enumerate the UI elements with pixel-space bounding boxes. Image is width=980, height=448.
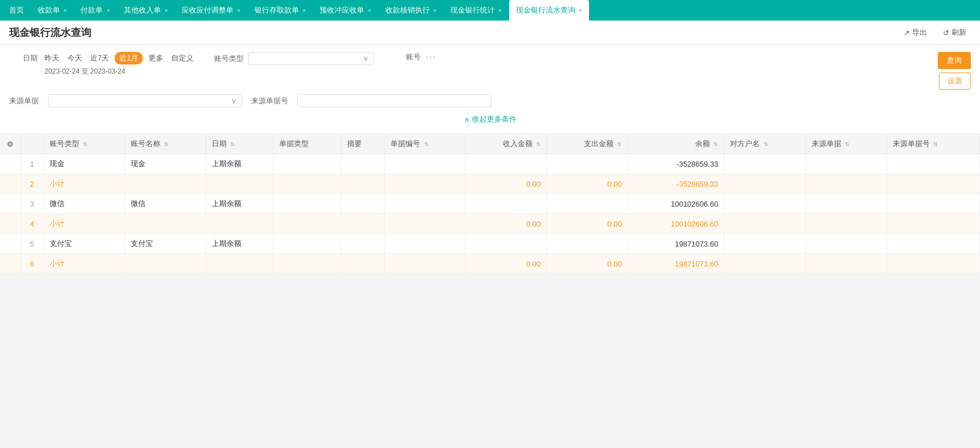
row-account-name: 支付宝 xyxy=(124,234,205,254)
col-date[interactable]: 日期 ⇅ xyxy=(205,134,273,154)
source-doc-no-input[interactable] xyxy=(297,94,491,107)
row-doc-no xyxy=(384,154,465,174)
row-source-doc-no xyxy=(886,154,979,174)
row-expense: 0.00 xyxy=(547,214,628,234)
date-opt-1month[interactable]: 近1月 xyxy=(115,52,143,64)
row-num: 5 xyxy=(21,234,43,254)
row-account-type: 现金 xyxy=(43,154,124,174)
row-income: 0.00 xyxy=(466,214,547,234)
close-other-income-icon[interactable]: × xyxy=(164,7,168,14)
collapse-up-icon: ∧ xyxy=(464,115,470,124)
close-adjustment-icon[interactable]: × xyxy=(237,7,240,14)
close-collection-exec-icon[interactable]: × xyxy=(433,7,437,14)
row-doc-type xyxy=(273,154,341,174)
close-cash-bank-stat-icon[interactable]: × xyxy=(498,7,502,14)
table-row: 3微信微信上期余额100102606.60 xyxy=(0,194,980,214)
gear-column-header[interactable]: ⚙ xyxy=(0,134,21,154)
row-num: 2 xyxy=(21,174,43,194)
query-button[interactable]: 查询 xyxy=(938,52,971,69)
col-source-doc-no[interactable]: 来源单据号 ⇅ xyxy=(886,134,979,154)
nav-advance-offset[interactable]: 预收冲应收单 × xyxy=(313,0,378,21)
row-date: 上期余额 xyxy=(205,194,273,214)
row-balance: 19871073.60 xyxy=(628,254,724,274)
refresh-button[interactable]: ↺ 刷新 xyxy=(938,25,971,40)
date-opt-today[interactable]: 今天 xyxy=(65,52,84,64)
row-gear xyxy=(0,254,21,274)
row-gear xyxy=(0,154,21,174)
account-label: 账号 xyxy=(392,52,421,62)
close-advance-offset-icon[interactable]: × xyxy=(368,7,371,14)
nav-other-income[interactable]: 其他收入单 × xyxy=(117,0,175,21)
row-account-name xyxy=(124,174,205,194)
row-doc-type xyxy=(273,194,341,214)
row-account-name xyxy=(124,214,205,234)
table-header-row: ⚙ 账号类型 ⇅ 账号名称 ⇅ 日期 ⇅ 单据类型 xyxy=(0,134,980,154)
sort-income-icon[interactable]: ⇅ xyxy=(536,141,541,147)
close-cash-bank-flow-icon[interactable]: × xyxy=(579,7,582,14)
col-account-type[interactable]: 账号类型 ⇅ xyxy=(43,134,124,154)
nav-collection-exec[interactable]: 收款核销执行 × xyxy=(378,0,443,21)
account-type-select[interactable]: ∨ xyxy=(248,52,374,65)
row-counterpart xyxy=(724,254,805,274)
row-doc-type xyxy=(273,214,341,234)
row-date: 上期余额 xyxy=(205,234,273,254)
date-opt-more[interactable]: 更多 xyxy=(146,52,166,64)
sort-account-name-icon[interactable]: ⇅ xyxy=(164,141,168,147)
page-header: 现金银行流水查询 ↗ 导出 ↺ 刷新 xyxy=(0,21,980,45)
table-row: 2小计0.000.00-3528659.33 xyxy=(0,174,980,194)
nav-receipt[interactable]: 收款单 × xyxy=(31,0,74,21)
row-summary xyxy=(341,214,384,234)
sort-date-icon[interactable]: ⇅ xyxy=(230,141,235,147)
table-body: 1现金现金上期余额-3528659.332小计0.000.00-3528659.… xyxy=(0,154,980,274)
row-doc-no xyxy=(384,234,465,254)
collapse-bar[interactable]: ∧ 收起更多条件 xyxy=(9,112,971,127)
row-counterpart xyxy=(724,234,805,254)
row-doc-type xyxy=(273,174,341,194)
close-receipt-icon[interactable]: × xyxy=(63,7,67,14)
nav-bank-deposit[interactable]: 银行存取款单 × xyxy=(248,0,313,21)
gear-icon[interactable]: ⚙ xyxy=(7,140,14,148)
sort-source-doc-icon[interactable]: ⇅ xyxy=(845,141,849,147)
sort-expense-icon[interactable]: ⇅ xyxy=(617,141,622,147)
col-source-doc[interactable]: 来源单据 ⇅ xyxy=(805,134,886,154)
col-income[interactable]: 收入金额 ⇅ xyxy=(466,134,547,154)
close-bank-deposit-icon[interactable]: × xyxy=(303,7,306,14)
data-table-container: ⚙ 账号类型 ⇅ 账号名称 ⇅ 日期 ⇅ 单据类型 xyxy=(0,134,980,274)
row-balance: -3528659.33 xyxy=(628,174,724,194)
col-expense[interactable]: 支出金额 ⇅ xyxy=(547,134,628,154)
col-num xyxy=(21,134,43,154)
nav-adjustment[interactable]: 应收应付调整单 × xyxy=(175,0,247,21)
col-balance[interactable]: 余额 ⇅ xyxy=(628,134,724,154)
sort-doc-no-icon[interactable]: ⇅ xyxy=(424,141,429,147)
nav-payment[interactable]: 付款单 × xyxy=(74,0,116,21)
sort-counterpart-icon[interactable]: ⇅ xyxy=(764,141,768,147)
row-doc-type xyxy=(273,234,341,254)
close-payment-icon[interactable]: × xyxy=(106,7,110,14)
nav-home[interactable]: 首页 xyxy=(2,0,31,21)
col-account-name[interactable]: 账号名称 ⇅ xyxy=(124,134,205,154)
export-button[interactable]: ↗ 导出 xyxy=(899,25,931,40)
page-title: 现金银行流水查询 xyxy=(9,26,91,39)
nav-cash-bank-flow[interactable]: 现金银行流水查询 × xyxy=(509,0,589,21)
row-income xyxy=(466,234,547,254)
sort-balance-icon[interactable]: ⇅ xyxy=(713,141,718,147)
source-doc-select[interactable]: ∨ xyxy=(48,94,242,107)
settings-button[interactable]: 设置 xyxy=(939,72,971,90)
row-account-type: 微信 xyxy=(43,194,124,214)
row-counterpart xyxy=(724,214,805,234)
table-row: 1现金现金上期余额-3528659.33 xyxy=(0,154,980,174)
account-ellipsis-button[interactable]: ··· xyxy=(425,52,436,62)
sort-account-type-icon[interactable]: ⇅ xyxy=(83,141,87,147)
source-doc-no-label: 来源单据号 xyxy=(251,96,288,106)
action-buttons: 查询 设置 xyxy=(938,52,971,90)
row-income xyxy=(466,194,547,214)
account-type-arrow-icon: ∨ xyxy=(363,54,369,63)
date-opt-yesterday[interactable]: 昨天 xyxy=(42,52,62,64)
date-opt-custom[interactable]: 自定义 xyxy=(169,52,196,64)
col-doc-no[interactable]: 单据编号 ⇅ xyxy=(384,134,465,154)
date-opt-7days[interactable]: 近7天 xyxy=(88,52,111,64)
col-doc-type: 单据类型 xyxy=(273,134,341,154)
sort-source-doc-no-icon[interactable]: ⇅ xyxy=(933,141,938,147)
nav-cash-bank-stat[interactable]: 现金银行统计 × xyxy=(443,0,509,21)
col-counterpart[interactable]: 对方户名 ⇅ xyxy=(724,134,805,154)
